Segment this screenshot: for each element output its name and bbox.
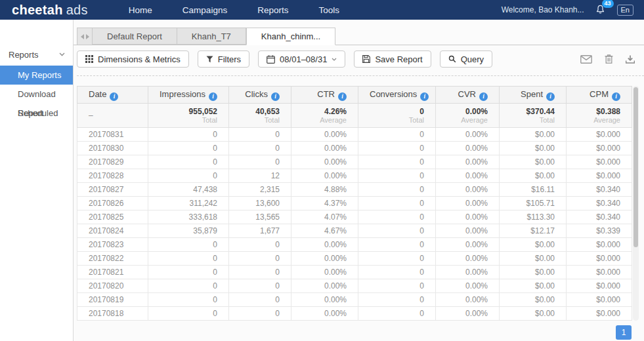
- save-report-button[interactable]: Save Report: [354, 50, 431, 68]
- totals-cell-clicks: 40,653Total: [229, 104, 291, 128]
- cell-conversions: 0: [358, 279, 436, 293]
- cell-clicks: 0: [229, 307, 291, 321]
- cell-clicks: 12: [229, 169, 291, 183]
- cell-date: 20170829: [77, 155, 148, 169]
- table-row: 2017082435,8791,6774.67%00.00%$12.17$0.3…: [77, 224, 632, 238]
- clicks-info-icon[interactable]: i: [271, 92, 280, 101]
- date-info-icon[interactable]: i: [110, 92, 118, 101]
- conversions-info-icon[interactable]: i: [420, 92, 429, 101]
- column-header-date: Datei: [77, 87, 148, 104]
- cell-cvr: 0.00%: [436, 211, 500, 224]
- cvr-info-icon[interactable]: i: [479, 92, 488, 101]
- cell-impressions: 0: [148, 307, 229, 321]
- cell-conversions: 0: [358, 307, 436, 321]
- date-range-value: 08/01–08/31: [280, 54, 327, 64]
- tab-next-icon[interactable]: [86, 34, 89, 39]
- cell-clicks: 0: [229, 128, 291, 142]
- spent-info-icon[interactable]: i: [546, 92, 555, 101]
- nav-item-reports[interactable]: Reports: [257, 5, 288, 15]
- ctr-info-icon[interactable]: i: [338, 92, 347, 101]
- totals-date-cell: –: [77, 104, 148, 128]
- cell-impressions: 0: [148, 266, 229, 279]
- toolbar-separator: [77, 75, 644, 76]
- cell-date: 20170825: [77, 211, 148, 224]
- table-row: 20170818000.00%00.00%$0.00$0.000: [77, 307, 632, 321]
- dimensions-metrics-button[interactable]: Dimensions & Metrics: [77, 50, 189, 68]
- cell-cpm: $0.340: [567, 183, 632, 197]
- pagination-page-1[interactable]: 1: [616, 325, 632, 340]
- brand-logo-bold: cheetah: [12, 3, 63, 17]
- mail-icon[interactable]: [580, 55, 592, 64]
- cell-impressions: 333,618: [148, 211, 229, 224]
- totals-cell-cpm: $0.388Average: [567, 104, 632, 128]
- tab-default-report[interactable]: Default Report: [93, 28, 177, 45]
- date-range-button[interactable]: 08/01–08/31: [258, 50, 345, 68]
- cell-cpm: $0.000: [567, 293, 632, 307]
- column-header-conversions: Conversionsi: [358, 87, 436, 104]
- cell-spent: $0.00: [500, 279, 567, 293]
- cell-cpm: $0.000: [567, 279, 632, 293]
- cell-spent: $0.00: [500, 293, 567, 307]
- download-icon[interactable]: [626, 55, 635, 64]
- cell-cpm: $0.000: [567, 128, 632, 142]
- cell-ctr: 4.67%: [291, 224, 358, 238]
- search-icon: [448, 55, 456, 63]
- cell-impressions: 311,242: [148, 197, 229, 211]
- trash-icon[interactable]: [605, 54, 613, 64]
- totals-sublabel: Total: [160, 116, 217, 125]
- totals-value: 40,653: [240, 107, 280, 116]
- impressions-info-icon[interactable]: i: [209, 92, 217, 101]
- nav-item-campaigns[interactable]: Campaigns: [182, 5, 227, 15]
- cell-ctr: 0.00%: [291, 307, 358, 321]
- table-scrollbar-thumb[interactable]: [633, 87, 638, 247]
- dimensions-metrics-label: Dimensions & Metrics: [98, 54, 181, 64]
- user-menu[interactable]: Welcome, Bao Khanh...: [502, 5, 584, 14]
- query-button[interactable]: Query: [440, 50, 492, 68]
- cell-cvr: 0.00%: [436, 238, 500, 252]
- totals-sublabel: Average: [447, 116, 488, 125]
- nav-item-home[interactable]: Home: [129, 5, 152, 15]
- sidebar-item-my-reports[interactable]: My Reports: [0, 66, 73, 85]
- cell-ctr: 0.00%: [291, 293, 358, 307]
- sidebar-item-scheduled[interactable]: Scheduled: [0, 104, 73, 123]
- totals-value: 0.00%: [447, 107, 488, 116]
- cell-clicks: 13,565: [229, 211, 291, 224]
- app-window: cheetahads Home Campaigns Reports Tools …: [0, 0, 644, 341]
- sidebar-section-reports[interactable]: Reports: [0, 49, 73, 60]
- cell-ctr: 4.88%: [291, 183, 358, 197]
- sidebar-items: My Reports Download Report Scheduled: [0, 66, 73, 123]
- totals-cell-impressions: 955,052Total: [148, 104, 229, 128]
- tab-prev-icon[interactable]: [81, 34, 84, 39]
- nav-item-tools[interactable]: Tools: [318, 5, 339, 15]
- top-navbar: cheetahads Home Campaigns Reports Tools …: [0, 0, 644, 20]
- column-label: Spent: [521, 89, 543, 99]
- cell-clicks: 0: [229, 279, 291, 293]
- column-label: Impressions: [160, 89, 205, 99]
- totals-row: –955,052Total40,653Total4.26%Average0Tot…: [77, 104, 632, 128]
- cell-spent: $0.00: [500, 155, 567, 169]
- cell-impressions: 0: [148, 238, 229, 252]
- table-row: 20170821000.00%00.00%$0.00$0.000: [77, 266, 632, 279]
- sidebar-item-download-report[interactable]: Download Report: [0, 85, 73, 104]
- cell-ctr: 0.00%: [291, 238, 358, 252]
- cell-clicks: 0: [229, 238, 291, 252]
- tab-scroll-arrows[interactable]: [77, 28, 93, 45]
- save-report-label: Save Report: [375, 54, 422, 64]
- language-selector[interactable]: En: [617, 5, 633, 16]
- tab-khanh-chinm[interactable]: Khanh_chinm...: [246, 28, 335, 45]
- notifications-button[interactable]: 43: [595, 4, 607, 16]
- cell-cvr: 0.00%: [436, 197, 500, 211]
- chevron-down-icon: [59, 52, 65, 56]
- cell-date: 20170818: [77, 307, 148, 321]
- cell-cpm: $0.000: [567, 238, 632, 252]
- cell-conversions: 0: [358, 266, 436, 279]
- table-row: 20170831000.00%00.00%$0.00$0.000: [77, 128, 632, 142]
- cell-cpm: $0.000: [567, 307, 632, 321]
- cpm-info-icon[interactable]: i: [612, 92, 620, 101]
- tab-khanh-t7[interactable]: Khanh_T7: [177, 28, 246, 45]
- cell-cvr: 0.00%: [436, 279, 500, 293]
- nav-menu: Home Campaigns Reports Tools: [129, 5, 339, 15]
- filters-button[interactable]: Filters: [198, 50, 249, 68]
- table-scrollbar-track[interactable]: [633, 86, 639, 321]
- table-row: 20170822000.00%00.00%$0.00$0.000: [77, 252, 632, 266]
